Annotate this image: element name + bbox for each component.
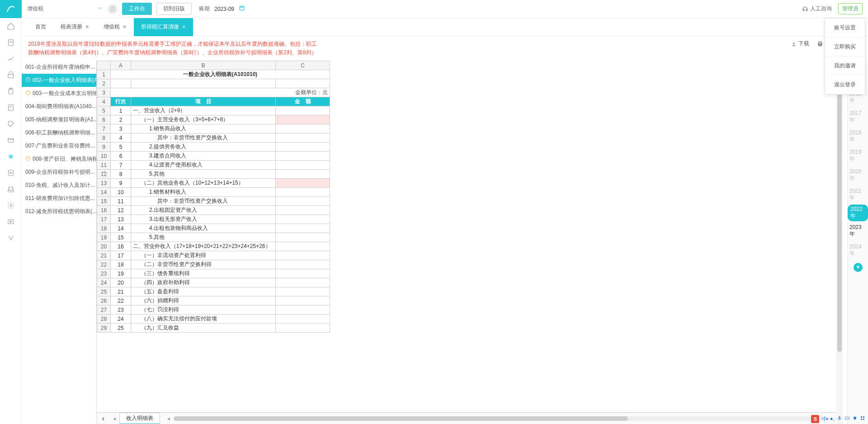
close-icon[interactable]: ✕ — [85, 24, 89, 30]
cell-amount[interactable] — [276, 251, 330, 260]
cell-amount[interactable] — [276, 170, 330, 179]
ime-mic-icon[interactable] — [837, 415, 842, 421]
cell-item[interactable]: 1.销售商品收入 — [131, 124, 276, 133]
cell-item[interactable]: 其中：非货币性资产交换收入 — [131, 197, 276, 206]
cell-amount[interactable] — [276, 296, 330, 305]
col-header-b[interactable]: B — [131, 61, 276, 70]
period-value[interactable]: 2023-09 — [214, 6, 234, 12]
cell-amount[interactable] — [276, 179, 330, 188]
nav-doc-icon[interactable] — [0, 34, 22, 51]
year-item[interactable]: 2023年 — [848, 221, 868, 241]
cell-amount[interactable] — [276, 269, 330, 278]
year-item[interactable]: 2019年 — [848, 146, 868, 166]
cell-item[interactable]: 2.提供劳务收入 — [131, 143, 276, 152]
user-menu-item[interactable]: 账号设置 — [825, 19, 865, 38]
col-header-c[interactable]: C — [276, 61, 330, 70]
ime-lang[interactable]: 中 — [822, 415, 827, 423]
cell-seq[interactable]: 22 — [111, 296, 131, 305]
row-num-cell[interactable]: 14 — [97, 188, 111, 197]
row-num-cell[interactable]: 26 — [97, 296, 111, 305]
form-list-item[interactable]: 007-广告费和业务宣传费跨... — [22, 139, 96, 152]
nav-calc-icon[interactable] — [0, 100, 22, 116]
cell-amount[interactable] — [276, 133, 330, 143]
row-num-cell[interactable]: 5 — [97, 106, 111, 115]
cell-amount[interactable] — [276, 197, 330, 206]
user-menu-item[interactable]: 退出登录 — [825, 76, 865, 94]
nav-clipboard-icon[interactable] — [0, 83, 22, 100]
form-list-item[interactable]: 003-一般企业成本支出明细... — [22, 87, 96, 100]
cell-seq[interactable]: 2 — [111, 115, 131, 124]
row-num-cell[interactable]: 10 — [97, 152, 111, 161]
row-num-cell[interactable]: 8 — [97, 133, 111, 143]
nav-settings-icon[interactable] — [0, 197, 22, 214]
cell-seq[interactable]: 19 — [111, 269, 131, 278]
row-num-cell[interactable]: 15 — [97, 197, 111, 206]
form-list-item[interactable]: 005-纳税调整项目明细表(A1... — [22, 113, 96, 126]
cell-seq[interactable]: 8 — [111, 170, 131, 179]
cell-seq[interactable]: 18 — [111, 260, 131, 269]
cell-seq[interactable]: 11 — [111, 197, 131, 206]
cell-seq[interactable]: 1 — [111, 106, 131, 115]
cell-item[interactable]: （四）政府补助利得 — [131, 278, 276, 287]
cell-item[interactable]: 一、营业收入（2+9） — [131, 106, 276, 115]
cell-amount[interactable] — [276, 324, 330, 333]
row-num-cell[interactable]: 22 — [97, 260, 111, 269]
cell-amount[interactable] — [276, 242, 330, 251]
cell-item[interactable]: （一）主营业务收入（3+5+6+7+8） — [131, 115, 276, 124]
form-list-item[interactable]: 011-研发费用加计扣除优惠... — [22, 192, 96, 205]
row-num-cell[interactable]: 18 — [97, 224, 111, 233]
sheet-prev-icon[interactable]: ◂ — [109, 415, 119, 422]
cell-seq[interactable]: 4 — [111, 133, 131, 143]
nav-v-icon[interactable] — [0, 230, 22, 246]
resize-handle-icon[interactable]: ◂ — [101, 167, 106, 176]
cell-amount[interactable] — [276, 287, 330, 296]
cell-item[interactable]: 2.出租固定资产收入 — [131, 206, 276, 215]
user-menu-item[interactable]: 我的邀请 — [825, 57, 865, 76]
close-icon[interactable]: ✕ — [123, 24, 127, 30]
nav-export-icon[interactable] — [0, 165, 22, 181]
cell-seq[interactable]: 13 — [111, 215, 131, 224]
form-list-item[interactable]: 002-一般企业收入明细表(A1... — [22, 74, 96, 87]
cell-item[interactable]: 1.销售材料收入 — [131, 188, 276, 197]
tab-0[interactable]: 首页 — [28, 18, 53, 36]
form-list-item[interactable]: 010-免税、减计收入及加计... — [22, 179, 96, 192]
cell-amount[interactable] — [276, 206, 330, 215]
row-num-cell[interactable]: 25 — [97, 287, 111, 296]
row-num-cell[interactable]: 27 — [97, 305, 111, 314]
ime-skin-icon[interactable] — [852, 415, 858, 421]
workbench-button[interactable]: 工作台 — [122, 3, 152, 15]
row-num-cell[interactable]: 28 — [97, 314, 111, 324]
cell-item[interactable]: （五）盘盈利得 — [131, 287, 276, 296]
cell-item[interactable]: 其中：非货币性资产交换收入 — [131, 133, 276, 143]
cell-amount[interactable] — [276, 152, 330, 161]
cell-amount[interactable] — [276, 305, 330, 314]
cell-seq[interactable]: 5 — [111, 143, 131, 152]
row-num-cell[interactable]: 7 — [97, 124, 111, 133]
year-item[interactable]: 2022年 — [848, 205, 868, 221]
download-button[interactable]: 下载 — [791, 40, 809, 48]
year-item[interactable]: 2021年 — [848, 185, 868, 205]
form-list-item[interactable]: 004-期间费用明细表(A1040... — [22, 100, 96, 113]
app-logo[interactable] — [0, 0, 22, 18]
cell-item[interactable]: 二、营业外收入（17+18+19+20+21+22+23+24+25+26） — [131, 242, 276, 251]
form-list-item[interactable]: 009-企业所得税弥补亏损明... — [22, 166, 96, 179]
cell-amount[interactable] — [276, 188, 330, 197]
ime-tool-icon[interactable] — [860, 415, 865, 421]
cell-item[interactable]: （一）非流动资产处置利得 — [131, 251, 276, 260]
switch-old-button[interactable]: 切到旧版 — [156, 3, 192, 15]
col-header-a[interactable]: A — [111, 61, 131, 70]
horizontal-scrollbar[interactable]: ◂ ▸ — [164, 415, 833, 422]
header-item[interactable]: 项 目 — [131, 97, 276, 106]
nav-box-icon[interactable] — [0, 132, 22, 148]
nav-chart-icon[interactable] — [0, 51, 22, 67]
cell-amount[interactable] — [276, 314, 330, 324]
row-num-cell[interactable]: 20 — [97, 242, 111, 251]
tab-1[interactable]: 税表清册✕ — [53, 18, 96, 36]
form-list-item[interactable]: 001-企业所得税年度纳税申... — [22, 61, 96, 74]
form-list-item[interactable]: 008-资产折旧、摊销及纳税... — [22, 152, 96, 166]
corner-cell[interactable] — [97, 61, 111, 70]
cell-seq[interactable]: 9 — [111, 179, 131, 188]
cell-amount[interactable] — [276, 215, 330, 224]
row-num-cell[interactable]: 23 — [97, 269, 111, 278]
row-num-cell[interactable]: 29 — [97, 324, 111, 333]
